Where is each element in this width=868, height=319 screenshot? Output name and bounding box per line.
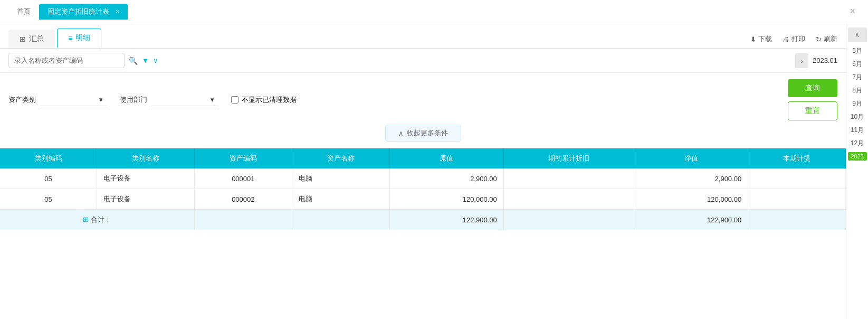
cell-acc-dep xyxy=(503,189,634,210)
chevron-down-icon: ∨ xyxy=(153,57,158,64)
more-filter-btn[interactable]: ▼ ∨ xyxy=(142,57,158,64)
tab-summary-label: 汇总 xyxy=(29,34,44,44)
cell-cat-name: 电子设备 xyxy=(97,189,195,210)
tab-close-btn[interactable]: × xyxy=(116,8,119,15)
department-select[interactable]: ▾ xyxy=(151,93,218,106)
refresh-btn[interactable]: ↻ 刷新 xyxy=(816,34,837,44)
date-label: 2023.01 xyxy=(813,57,837,64)
search-input[interactable] xyxy=(8,53,125,68)
print-btn[interactable]: 🖨 打印 xyxy=(783,34,805,44)
download-icon: ⬇ xyxy=(750,35,756,43)
cell-acc-dep xyxy=(503,168,634,189)
data-table: 类别编码 类别名称 资产编码 资产名称 原值 期初累计折旧 净值 本期计提 05… xyxy=(0,148,846,230)
cell-cat-name: 电子设备 xyxy=(97,168,195,189)
sub-tabs-left: ⊞ 汇总 ≡ 明细 xyxy=(8,29,101,48)
window-close-btn[interactable]: × xyxy=(845,4,860,19)
search-bar: 🔍 ▼ ∨ › 2023.01 xyxy=(0,49,846,73)
cell-original-value: 2,900.00 xyxy=(389,168,503,189)
print-icon: 🖨 xyxy=(783,35,789,43)
sidebar-month-item[interactable]: 10月 xyxy=(851,110,864,124)
col-net-value: 净值 xyxy=(634,148,748,168)
cell-net-value: 2,900.00 xyxy=(634,168,748,189)
reset-button[interactable]: 重置 xyxy=(788,101,837,120)
download-label: 下载 xyxy=(758,34,772,44)
detail-icon: ≡ xyxy=(68,34,72,42)
sidebar-month-item[interactable]: 11月 xyxy=(851,124,864,137)
department-label: 使用部门 xyxy=(120,95,147,105)
total-row: ⊞ 合计： 122,900.00 122,900.00 xyxy=(0,210,846,230)
department-group: 使用部门 ▾ xyxy=(120,93,218,106)
table-row: 05 电子设备 000001 电脑 2,900.00 2,900.00 xyxy=(0,168,846,189)
collapse-up-icon: ∧ xyxy=(398,129,404,137)
right-sidebar: ∧ 5月6月7月8月9月10月11月12月 2023 xyxy=(846,23,868,319)
total-icon: ⊞ xyxy=(83,215,89,223)
asset-category-chevron: ▾ xyxy=(99,96,103,104)
col-accumulated-dep: 期初累计折旧 xyxy=(503,148,634,168)
collapse-btn[interactable]: ∧ 收起更多条件 xyxy=(385,125,461,142)
no-cleared-label: 不显示已清理数据 xyxy=(242,95,297,105)
search-icon[interactable]: 🔍 xyxy=(129,57,138,65)
collapse-label: 收起更多条件 xyxy=(407,128,448,138)
filter-area: 资产类别 ▾ 使用部门 ▾ 不显示已清理数据 xyxy=(0,73,846,148)
sidebar-month-item[interactable]: 7月 xyxy=(851,71,864,84)
filter-actions: 查询 重置 xyxy=(788,79,837,120)
filter-icon: ▼ xyxy=(142,57,149,64)
col-asset-name: 资产名称 xyxy=(292,148,389,168)
year-badge: 2023 xyxy=(848,152,867,161)
col-category-name: 类别名称 xyxy=(97,148,195,168)
filter-row: 资产类别 ▾ 使用部门 ▾ 不显示已清理数据 xyxy=(8,79,837,120)
table-wrapper: 类别编码 类别名称 资产编码 资产名称 原值 期初累计折旧 净值 本期计提 05… xyxy=(0,148,846,319)
col-current-dep: 本期计提 xyxy=(748,148,846,168)
sidebar-month-item[interactable]: 8月 xyxy=(851,84,864,97)
col-asset-code: 资产编码 xyxy=(194,148,292,168)
main-container: ⊞ 汇总 ≡ 明细 ⬇ 下载 🖨 打印 ↻ 刷 xyxy=(0,23,868,319)
department-chevron: ▾ xyxy=(211,96,214,104)
sub-tabs: ⊞ 汇总 ≡ 明细 ⬇ 下载 🖨 打印 ↻ 刷 xyxy=(0,23,846,49)
sidebar-month-item[interactable]: 6月 xyxy=(851,58,864,71)
no-cleared-group: 不显示已清理数据 xyxy=(231,95,297,105)
table-row: 05 电子设备 000002 电脑 120,000.00 120,000.00 xyxy=(0,189,846,210)
toolbar: ⬇ 下载 🖨 打印 ↻ 刷新 xyxy=(750,34,837,48)
total-original-value: 122,900.00 xyxy=(389,210,503,230)
sidebar-month-item[interactable]: 12月 xyxy=(851,137,864,150)
summary-icon: ⊞ xyxy=(20,35,26,43)
download-btn[interactable]: ⬇ 下载 xyxy=(750,34,772,44)
tab-detail-label: 明细 xyxy=(75,33,90,43)
total-label-cell: ⊞ 合计： xyxy=(0,210,194,230)
cell-cat-code: 05 xyxy=(0,168,97,189)
top-nav: 首页 固定资产折旧统计表 × × xyxy=(0,0,868,23)
asset-category-select[interactable]: ▾ xyxy=(40,93,107,106)
query-button[interactable]: 查询 xyxy=(788,79,837,97)
active-tab[interactable]: 固定资产折旧统计表 × xyxy=(39,4,128,20)
cell-curr-dep xyxy=(748,168,846,189)
total-acc-dep xyxy=(503,210,634,230)
tab-summary[interactable]: ⊞ 汇总 xyxy=(8,30,55,48)
asset-category-label: 资产类别 xyxy=(8,95,36,105)
cell-asset-code: 000002 xyxy=(194,189,292,210)
cell-asset-name: 电脑 xyxy=(292,189,389,210)
no-cleared-checkbox[interactable] xyxy=(231,96,239,104)
total-empty1 xyxy=(194,210,292,230)
refresh-label: 刷新 xyxy=(824,34,837,44)
sidebar-up-btn[interactable]: ∧ xyxy=(848,27,867,42)
col-category-code: 类别编码 xyxy=(0,148,97,168)
home-tab[interactable]: 首页 xyxy=(8,7,39,16)
active-tab-label: 固定资产折旧统计表 xyxy=(47,7,109,16)
content-area: ⊞ 汇总 ≡ 明细 ⬇ 下载 🖨 打印 ↻ 刷 xyxy=(0,23,846,319)
refresh-icon: ↻ xyxy=(816,35,822,43)
total-curr-dep xyxy=(748,210,846,230)
total-net-value: 122,900.00 xyxy=(634,210,748,230)
print-label: 打印 xyxy=(791,34,805,44)
sidebar-month-item[interactable]: 5月 xyxy=(851,44,864,58)
col-original-value: 原值 xyxy=(389,148,503,168)
cell-asset-code: 000001 xyxy=(194,168,292,189)
asset-category-group: 资产类别 ▾ xyxy=(8,93,107,106)
total-empty2 xyxy=(292,210,389,230)
cell-original-value: 120,000.00 xyxy=(389,189,503,210)
nav-arrow-btn[interactable]: › xyxy=(795,53,808,68)
cell-net-value: 120,000.00 xyxy=(634,189,748,210)
cell-asset-name: 电脑 xyxy=(292,168,389,189)
cell-cat-code: 05 xyxy=(0,189,97,210)
tab-detail[interactable]: ≡ 明细 xyxy=(57,29,101,48)
sidebar-month-item[interactable]: 9月 xyxy=(851,97,864,110)
